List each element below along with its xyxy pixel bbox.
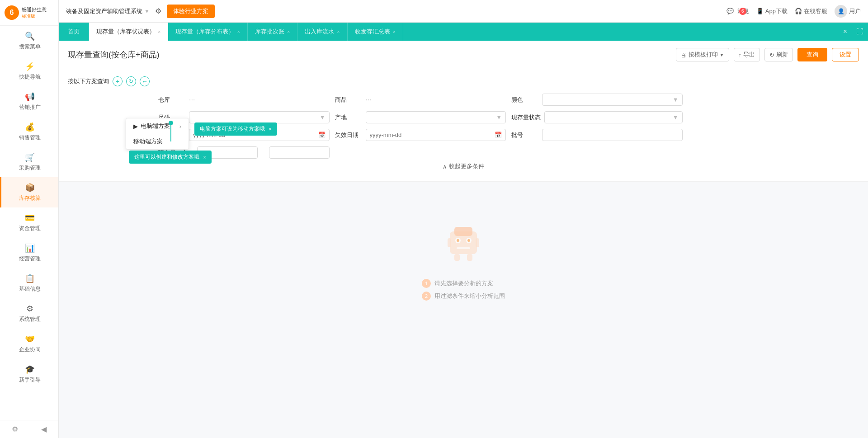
origin-select[interactable]: ▼ [366, 111, 506, 123]
scheme-popup-item-pc[interactable]: ▶ 电脑端方案 [126, 118, 189, 134]
filter-refresh-btn[interactable]: ↻ [126, 76, 136, 86]
empty-svg-icon [441, 218, 486, 263]
color-select[interactable]: ▼ [542, 94, 683, 106]
purchase-icon: 🛒 [25, 152, 35, 162]
footer-collapse-btn[interactable]: ◀ [41, 425, 47, 433]
page-header-actions: 🖨 按模板打印 ▼ ↑ 导出 ↻ 刷新 查询 设置 [676, 48, 859, 61]
tab-inventory-dist[interactable]: 现存量（库存分布表） × [168, 23, 247, 41]
quicknav-icon: ⚡ [25, 61, 35, 71]
topbar-message-item[interactable]: 💬 6 消息 [726, 7, 749, 15]
tab-close-inventory-status[interactable]: × [158, 29, 160, 34]
filter-field-batch: 批号 [511, 129, 683, 141]
sidebar: 6 畅通好生意 标准版 🔍 搜索菜单 ⚡ 快捷导航 📢 营销推广 💰 销售 [0, 0, 59, 438]
user-avatar: 👤 [835, 5, 847, 18]
stock-main-range: — [197, 146, 330, 159]
filter-add-btn[interactable]: + [113, 76, 123, 86]
sidebar-item-newbie[interactable]: 🎓 新手引导 [0, 359, 58, 389]
tab-actions: × ⛶ [839, 28, 868, 36]
svg-rect-1 [454, 227, 472, 236]
tab-inout-flow[interactable]: 出入库流水 × [297, 23, 347, 41]
goods-dots[interactable]: ··· [366, 96, 372, 104]
sidebar-item-finance[interactable]: 💳 资金管理 [0, 207, 58, 238]
expire-date-calendar-icon: 📅 [495, 132, 502, 138]
sidebar-item-system[interactable]: ⚙ 系统管理 [0, 298, 58, 329]
sidebar-item-marketing[interactable]: 📢 营销推广 [0, 86, 58, 117]
tab-close-inout-flow[interactable]: × [337, 29, 340, 34]
sidebar-item-enterprise[interactable]: 🤝 企业协同 [0, 329, 58, 359]
sidebar-footer: ⚙ ◀ [0, 420, 58, 438]
main: 装备及固定资产辅助管理系统 ▼ ⚙ 体验行业方案 💬 6 消息 📱 App下载 [59, 0, 868, 438]
topbar-user-item[interactable]: 👤 用户 [835, 5, 861, 18]
sidebar-item-basic-info[interactable]: 📋 基础信息 [0, 268, 58, 298]
tab-receive-send-summary[interactable]: 收发存汇总表 × [348, 23, 403, 41]
filter-field-goods: 商品 ··· [335, 96, 506, 104]
scheme-popup: ▶ 电脑端方案 移动端方案 [126, 118, 189, 150]
filter-field-stock-status: 现存量状态 ▼ [511, 111, 683, 123]
expire-date-input[interactable] [370, 132, 493, 138]
export-btn[interactable]: ↑ 导出 [734, 48, 760, 61]
page-header: 现存量查询(按仓库+商品) 🖨 按模板打印 ▼ ↑ 导出 ↻ 刷新 [59, 41, 868, 69]
tab-close-all-btn[interactable]: × [839, 28, 852, 36]
query-btn[interactable]: 查询 [797, 48, 827, 61]
batch-input[interactable] [542, 129, 683, 141]
sidebar-nav: 🔍 搜索菜单 ⚡ 快捷导航 📢 营销推广 💰 销售管理 🛒 采购管理 📦 [0, 26, 58, 420]
print-template-btn[interactable]: 🖨 按模板打印 ▼ [676, 48, 729, 61]
step-2-num: 2 [422, 292, 431, 301]
warehouse-dots[interactable]: ··· [189, 96, 195, 104]
refresh-btn[interactable]: ↻ 刷新 [764, 48, 793, 61]
finance-icon: 💳 [25, 213, 35, 223]
connector-dot [169, 121, 173, 125]
collapse-btn[interactable]: ∧ 收起更多条件 [443, 162, 484, 170]
marketing-icon: 📢 [25, 92, 35, 102]
empty-steps: 1 请先选择要分析的方案 2 用过滤条件来缩小分析范围 [422, 279, 505, 301]
tab-close-receive-send-summary[interactable]: × [393, 29, 396, 34]
sidebar-item-inventory[interactable]: 📦 库存核算 [0, 177, 58, 207]
tooltip-pc-close[interactable]: × [269, 126, 272, 132]
tab-expand-btn[interactable]: ⛶ [852, 28, 868, 36]
sidebar-item-search[interactable]: 🔍 搜索菜单 [0, 26, 58, 56]
sales-icon: 💰 [25, 122, 35, 132]
tab-home[interactable]: 首页 [59, 23, 89, 41]
expire-date-input-wrap[interactable]: 📅 [366, 129, 506, 141]
sidebar-item-purchase[interactable]: 🛒 采购管理 [0, 147, 58, 177]
newbie-icon: 🎓 [25, 364, 35, 374]
svg-point-4 [457, 239, 459, 242]
topbar-appdownload-item[interactable]: 📱 App下载 [756, 7, 788, 15]
topbar-service-item[interactable]: 🎧 在线客服 [795, 7, 827, 15]
size-select[interactable]: ▼ [189, 111, 330, 123]
empty-state: 1 请先选择要分析的方案 2 用过滤条件来缩小分析范围 [59, 182, 868, 337]
sidebar-item-operations[interactable]: 📊 经营管理 [0, 238, 58, 268]
tab-close-inventory-dist[interactable]: × [237, 29, 240, 34]
topbar: 装备及固定资产辅助管理系统 ▼ ⚙ 体验行业方案 💬 6 消息 📱 App下载 [59, 0, 868, 23]
filter-label: 按以下方案查询 [68, 77, 109, 85]
color-arrow-icon: ▼ [673, 96, 679, 103]
stock-main-to-input[interactable] [269, 146, 330, 159]
page-content: 现存量查询(按仓库+商品) 🖨 按模板打印 ▼ ↑ 导出 ↻ 刷新 [59, 41, 868, 438]
filter-field-expire-date: 失效日期 📅 [335, 129, 506, 141]
size-arrow-icon: ▼ [320, 114, 326, 121]
origin-arrow-icon: ▼ [496, 114, 502, 121]
enterprise-icon: 🤝 [25, 334, 35, 344]
produce-date-calendar-icon: 📅 [318, 132, 326, 138]
sidebar-item-sales[interactable]: 💰 销售管理 [0, 117, 58, 147]
operations-icon: 📊 [25, 243, 35, 253]
svg-rect-10 [467, 254, 472, 261]
sidebar-item-quicknav[interactable]: ⚡ 快捷导航 [0, 56, 58, 86]
print-icon: 🖨 [681, 52, 687, 58]
footer-settings-btn[interactable]: ⚙ [12, 425, 18, 433]
expand-icon: ▶ [133, 123, 138, 130]
reset-btn[interactable]: 设置 [832, 48, 859, 61]
filter-back-btn[interactable]: ← [140, 76, 150, 86]
print-dropdown-icon: ▼ [720, 52, 724, 57]
tab-batch-account[interactable]: 库存批次账 × [248, 23, 297, 41]
topbar-settings-icon[interactable]: ⚙ [155, 7, 161, 15]
tab-inventory-status[interactable]: 现存量（库存状况表） × [89, 23, 168, 41]
empty-step-1: 1 请先选择要分析的方案 [422, 279, 505, 288]
trial-industry-btn[interactable]: 体验行业方案 [167, 5, 215, 18]
tabbar: 首页 现存量（库存状况表） × 现存量（库存分布表） × 库存批次账 × 出入库… [59, 23, 868, 41]
filter-field-origin: 产地 ▼ [335, 111, 506, 123]
stock-status-select[interactable]: ▼ [544, 111, 683, 123]
scheme-popup-item-mobile[interactable]: 移动端方案 [126, 134, 189, 149]
tab-close-batch-account[interactable]: × [287, 29, 290, 34]
tooltip-create-close[interactable]: × [203, 154, 206, 160]
